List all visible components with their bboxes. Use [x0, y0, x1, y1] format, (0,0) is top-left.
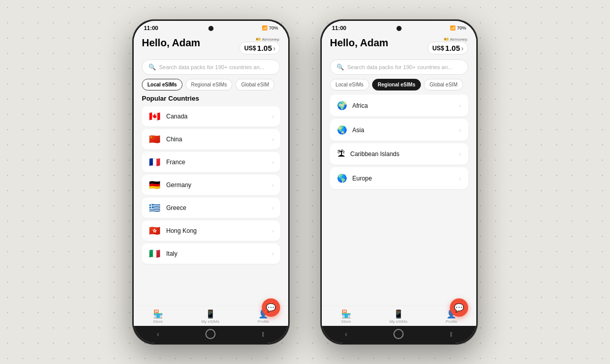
country-item-greece[interactable]: 🇬🇷 Greece › [142, 198, 280, 218]
region-item-asia[interactable]: 🌏 Asia › [330, 119, 468, 141]
home-gesture-left [205, 329, 216, 339]
search-bar-right[interactable]: 🔍 Search data packs for 190+ countries a… [330, 59, 468, 75]
region-name-caribbean: Caribbean Islands [350, 150, 400, 158]
nav-esims-icon-left: 📱 [205, 309, 216, 319]
flag-canada: 🇨🇦 [148, 111, 161, 122]
phone-right: 11:00 📶 70% Hello, Adam 🎫 Airmoney: [320, 19, 478, 345]
nav-store-label-right: Store [341, 319, 351, 324]
nav-store-icon-right: 🏪 [341, 309, 351, 319]
flag-germany: 🇩🇪 [148, 179, 161, 191]
airmoney-label-left: 🎫 Airmoney: [256, 37, 280, 42]
phone-screen-left: 11:00 📶 70% Hello, Adam 🎫 Airmoney: [134, 21, 288, 343]
country-name-china: China [166, 136, 182, 143]
region-left-caribbean: 🏝 Caribbean Islands [337, 149, 400, 159]
airmoney-icon-right: 🎫 [444, 37, 449, 42]
country-item-china[interactable]: 🇨🇳 China › [142, 129, 280, 149]
tabs-left: Local eSIMs Regional eSIMs Global eSIM [134, 79, 288, 90]
country-left-germany: 🇩🇪 Germany [148, 179, 191, 191]
flag-hongkong: 🇭🇰 [148, 225, 161, 236]
country-name-germany: Germany [166, 181, 191, 189]
nav-esims-label-right: My eSIMs [389, 319, 408, 324]
search-icon-right: 🔍 [337, 64, 344, 71]
home-gesture-right [393, 329, 404, 339]
airmoney-amount-right[interactable]: US$1.05 › [428, 42, 468, 54]
back-gesture-left: ‹ [157, 330, 160, 338]
chevron-china: › [272, 136, 274, 142]
search-placeholder-right: Search data packs for 190+ countries an.… [347, 64, 452, 70]
fab-chat-left[interactable]: 💬 [262, 298, 280, 317]
airmoney-badge-left: 🎫 Airmoney: US$1.05 › [239, 37, 280, 54]
greeting-left: Hello, Adam [142, 37, 200, 49]
app-header-right: Hello, Adam 🎫 Airmoney: US$1.05 › [322, 33, 476, 57]
nav-esims-label-left: My eSIMs [201, 319, 220, 324]
recent-gesture-left: ⫿ [262, 330, 265, 338]
region-item-africa[interactable]: 🌍 Africa › [330, 95, 468, 116]
nav-my-esims-right[interactable]: 📱 My eSIMs [389, 309, 408, 324]
chevron-caribbean: › [459, 151, 461, 157]
app-content-left: Hello, Adam 🎫 Airmoney: US$1.05 › [134, 33, 288, 326]
phone-bottom-bar-right: ‹ ⫿ [322, 326, 476, 343]
country-item-france[interactable]: 🇫🇷 France › [142, 152, 280, 172]
flag-italy: 🇮🇹 [148, 248, 161, 259]
region-icon-europe: 🌎 [337, 173, 347, 183]
country-left-italy: 🇮🇹 Italy [148, 248, 177, 259]
battery-left: 70% [269, 25, 278, 31]
search-icon-left: 🔍 [148, 64, 156, 71]
tab-global-esim-left[interactable]: Global eSIM [235, 79, 274, 90]
phone-bottom-bar-left: ‹ ⫿ [134, 326, 288, 343]
region-left-africa: 🌍 Africa [337, 101, 368, 110]
app-content-right: Hello, Adam 🎫 Airmoney: US$1.05 › [322, 33, 476, 326]
nav-my-esims-left[interactable]: 📱 My eSIMs [201, 309, 220, 324]
chevron-africa: › [459, 103, 461, 109]
tab-regional-esims-left[interactable]: Regional eSIMs [186, 79, 233, 90]
nav-store-left[interactable]: 🏪 Store [153, 309, 163, 324]
country-name-greece: Greece [166, 204, 186, 211]
search-bar-left[interactable]: 🔍 Search data packs for 190+ countries a… [142, 59, 280, 75]
region-icon-africa: 🌍 [337, 101, 347, 110]
greeting-right: Hello, Adam [330, 37, 388, 49]
region-item-caribbean[interactable]: 🏝 Caribbean Islands › [330, 143, 468, 165]
airmoney-badge-right: 🎫 Airmoney: US$1.05 › [428, 37, 468, 54]
tab-global-esim-right[interactable]: Global eSIM [424, 79, 463, 90]
country-left-china: 🇨🇳 China [148, 134, 182, 145]
airmoney-chevron-left: › [273, 44, 276, 52]
section-title-left: Popular Countries [134, 95, 288, 106]
country-name-italy: Italy [166, 250, 177, 257]
signal-icon-right: 📶 [450, 25, 455, 31]
tab-local-esims-right[interactable]: Local eSIMs [330, 79, 369, 90]
airmoney-label-right: 🎫 Airmoney: [444, 37, 468, 42]
fab-chat-right[interactable]: 💬 [450, 298, 468, 317]
camera-notch-right [396, 26, 402, 31]
nav-esims-icon-right: 📱 [393, 309, 404, 319]
nav-store-right[interactable]: 🏪 Store [341, 309, 351, 324]
country-left-canada: 🇨🇦 Canada [148, 111, 188, 122]
country-item-germany[interactable]: 🇩🇪 Germany › [142, 175, 280, 195]
phone-left: 11:00 📶 70% Hello, Adam 🎫 Airmoney: [132, 19, 290, 345]
airmoney-amount-left[interactable]: US$1.05 › [239, 42, 280, 54]
status-icons-right: 📶 70% [450, 25, 466, 31]
region-item-europe[interactable]: 🌎 Europe › [330, 167, 468, 189]
status-time-left: 11:00 [144, 25, 158, 31]
tab-regional-esims-right[interactable]: Regional eSIMs [372, 79, 421, 90]
country-left-greece: 🇬🇷 Greece [148, 202, 186, 214]
signal-icon-left: 📶 [262, 25, 267, 31]
status-time-right: 11:00 [332, 25, 346, 31]
country-name-hongkong: Hong Kong [166, 227, 197, 234]
camera-notch-left [208, 26, 214, 31]
country-list-left: 🇨🇦 Canada › 🇨🇳 China › [134, 106, 288, 306]
nav-store-label-left: Store [153, 319, 163, 324]
chevron-asia: › [459, 127, 461, 133]
tab-local-esims-left[interactable]: Local eSIMs [142, 79, 182, 90]
region-icon-caribbean: 🏝 [337, 149, 345, 159]
country-item-italy[interactable]: 🇮🇹 Italy › [142, 244, 280, 264]
country-item-hongkong[interactable]: 🇭🇰 Hong Kong › [142, 221, 280, 241]
search-placeholder-left: Search data packs for 190+ countries an.… [159, 64, 264, 70]
flag-france: 🇫🇷 [148, 157, 161, 168]
country-name-france: France [166, 159, 185, 166]
country-item-canada[interactable]: 🇨🇦 Canada › [142, 106, 280, 127]
chevron-greece: › [272, 205, 274, 211]
recent-gesture-right: ⫿ [450, 330, 453, 338]
region-left-asia: 🌏 Asia [337, 125, 364, 135]
chevron-france: › [272, 159, 274, 165]
tabs-right: Local eSIMs Regional eSIMs Global eSIM [322, 79, 476, 90]
